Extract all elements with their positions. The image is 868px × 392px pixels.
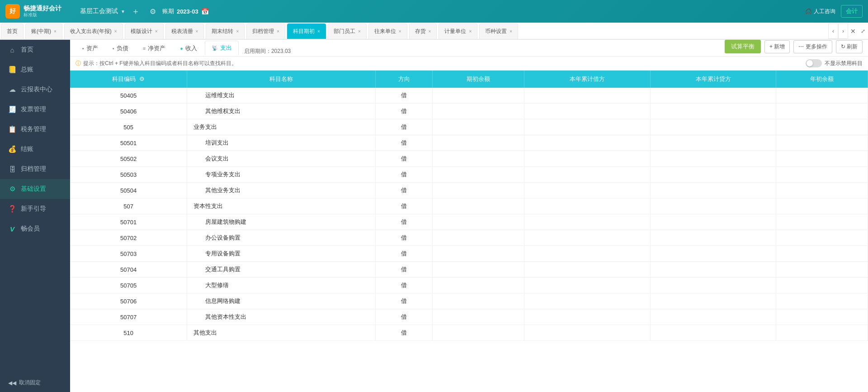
balance-button[interactable]: 试算平衡: [725, 40, 761, 53]
assets-icon: ▪: [82, 46, 84, 51]
cell-ytd-debit: [524, 198, 650, 214]
sub-tab-assets[interactable]: ▪ 资产: [75, 41, 105, 55]
sub-tab-income[interactable]: ● 收入: [173, 41, 204, 55]
table-row: 50706 信息网络购建 借: [70, 293, 868, 309]
tab-income-exp[interactable]: 收入支出表(年报) ×: [64, 24, 123, 39]
calendar-icon[interactable]: 📅: [201, 8, 209, 15]
sub-tab-net-assets[interactable]: ≡ 净资产: [136, 41, 172, 55]
tab-subject-period-label: 科目期初: [293, 28, 315, 35]
tab-archive-mgmt-close[interactable]: ×: [277, 29, 279, 34]
toggle-switch[interactable]: [806, 59, 822, 67]
tab-bs-mid-close[interactable]: ×: [54, 29, 57, 34]
table-wrapper: 科目编码 ⚙ 科目名称 方向 期初余额 本年累计借方 本年累计贷方 年初余额 5…: [70, 71, 868, 392]
table-row: 50705 大型修缮 借: [70, 278, 868, 293]
more-button[interactable]: ⋯ 更多操作: [793, 40, 832, 53]
cell-direction: 借: [375, 183, 432, 198]
tab-prev-button[interactable]: ‹: [828, 24, 838, 39]
tab-unit-close[interactable]: ×: [469, 29, 472, 34]
service-button[interactable]: 🎧 人工咨询: [805, 8, 835, 15]
cell-ytd-credit: [650, 151, 776, 167]
refresh-button[interactable]: ↻ 刷新: [836, 40, 863, 53]
sidebar-item-settlement[interactable]: 💰 结账: [0, 139, 70, 159]
tab-dept-employee[interactable]: 部门员工 ×: [328, 24, 367, 39]
member-icon: V: [8, 225, 16, 233]
sidebar-item-tax[interactable]: 📋 税务管理: [0, 119, 70, 139]
tab-currency-close[interactable]: ×: [509, 29, 512, 34]
tab-tax[interactable]: 税表清册 ×: [165, 24, 204, 39]
tab-bs-mid[interactable]: 账(中期) ×: [25, 24, 62, 39]
table-row: 50707 其他资本性支出 借: [70, 309, 868, 325]
col-header-code: 科目编码 ⚙: [70, 71, 187, 88]
cell-direction: 借: [375, 167, 432, 183]
sidebar-item-ledger[interactable]: 📒 总账: [0, 60, 70, 80]
tab-counterpart-close[interactable]: ×: [399, 29, 401, 34]
sidebar-item-invoice[interactable]: 🧾 发票管理: [0, 99, 70, 119]
cell-ytd-credit: [650, 183, 776, 198]
table-body: 50405 运维维支出 借 50406 其他维权支出 借 505 业务支出 借 …: [70, 88, 868, 341]
tab-subject-period-close[interactable]: ×: [317, 29, 320, 34]
sub-tab-liabilities[interactable]: ▪ 负债: [106, 41, 135, 55]
sidebar-item-home[interactable]: ⌂ 首页: [0, 40, 70, 60]
tab-period-end-label: 期末结转: [212, 28, 233, 35]
add-button[interactable]: + 新增: [764, 40, 790, 53]
period-info: 账期 2023-03 📅: [162, 7, 209, 15]
tab-tax-close[interactable]: ×: [196, 29, 198, 34]
home-icon: ⌂: [8, 46, 16, 54]
cell-direction: 借: [375, 104, 432, 119]
net-assets-icon: ≡: [143, 46, 146, 51]
sub-tab-expenditure[interactable]: 📡 支出: [205, 41, 239, 56]
sidebar-item-archive[interactable]: 🗄 归档管理: [0, 159, 70, 179]
tab-inventory-close[interactable]: ×: [429, 29, 431, 34]
tab-right-controls: ‹ › ✕ ⤢: [828, 24, 868, 39]
hint-toggle-area[interactable]: 不显示禁用科目: [806, 59, 863, 67]
sidebar-label-guide: 新手引导: [21, 205, 46, 213]
reports-icon: ☁: [8, 85, 16, 94]
settings-icon[interactable]: ⚙: [146, 7, 160, 16]
cell-year-open: [776, 151, 868, 167]
tab-period-end[interactable]: 期末结转 ×: [206, 24, 245, 39]
tab-counterpart[interactable]: 往来单位 ×: [368, 24, 407, 39]
cell-code: 50704: [70, 262, 187, 278]
cell-name: 房屋建筑物购建: [187, 214, 376, 230]
col-header-direction: 方向: [375, 71, 432, 88]
add-company-icon[interactable]: ＋: [128, 6, 143, 17]
tab-subject-period[interactable]: 科目期初 ×: [287, 24, 326, 39]
tab-dept-employee-label: 部门员工: [334, 28, 355, 35]
tab-income-exp-close[interactable]: ×: [114, 29, 117, 34]
tab-currency[interactable]: 币种设置 ×: [479, 24, 518, 39]
liabilities-icon: ▪: [113, 46, 114, 51]
tab-next-button[interactable]: ›: [838, 24, 848, 39]
cell-name: 大型修缮: [187, 278, 376, 293]
account-button[interactable]: 会计: [841, 5, 863, 18]
cell-direction: 借: [375, 198, 432, 214]
col-header-name: 科目名称: [187, 71, 376, 88]
table-row: 50501 培训支出 借: [70, 135, 868, 151]
tab-inventory[interactable]: 存货 ×: [409, 24, 437, 39]
invoice-icon: 🧾: [8, 105, 16, 113]
cell-opening: [433, 119, 524, 135]
tab-tax-label: 税表清册: [171, 28, 193, 35]
sidebar-item-reports[interactable]: ☁ 云报表中心: [0, 80, 70, 99]
col-code-gear-icon[interactable]: ⚙: [139, 76, 145, 82]
period-info-text: 启用期间：2023.03: [244, 47, 291, 55]
tab-close-all-button[interactable]: ✕: [848, 24, 858, 39]
sidebar-pin-toggle[interactable]: ◀◀ 取消固定: [0, 373, 70, 392]
cell-code: 510: [70, 325, 187, 341]
tab-period-end-close[interactable]: ×: [236, 29, 239, 34]
tab-unit[interactable]: 计量单位 ×: [439, 24, 477, 39]
cell-ytd-debit: [524, 262, 650, 278]
cell-code: 50406: [70, 104, 187, 119]
tab-dept-employee-close[interactable]: ×: [358, 29, 361, 34]
service-label: 人工咨询: [814, 8, 835, 15]
sidebar-item-basic-settings[interactable]: ⚙ 基础设置: [0, 179, 70, 199]
tab-archive-mgmt[interactable]: 归档管理 ×: [246, 24, 285, 39]
tab-template[interactable]: 模版设计 ×: [125, 24, 164, 39]
cell-ytd-debit: [524, 167, 650, 183]
company-selector[interactable]: 基层工会测试 ▼ ＋ ⚙ 账期 2023-03 📅: [75, 6, 805, 17]
sidebar-item-guide[interactable]: ❓ 新手引导: [0, 199, 70, 219]
tab-template-close[interactable]: ×: [155, 29, 158, 34]
sidebar-item-member[interactable]: V 畅会员: [0, 219, 70, 239]
tab-home[interactable]: 首页: [1, 24, 24, 39]
cell-direction: 借: [375, 135, 432, 151]
tab-expand-button[interactable]: ⤢: [858, 24, 868, 39]
